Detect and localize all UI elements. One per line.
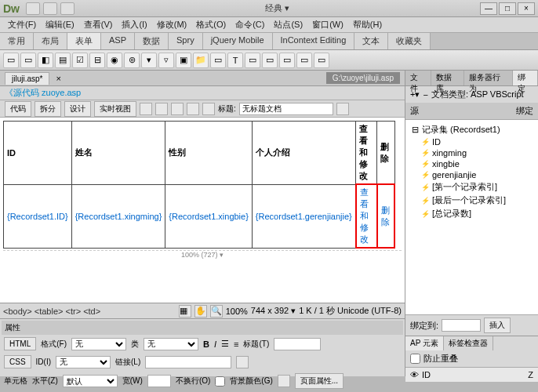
td-intro[interactable]: {Recordset1.gerenjianjie} (252, 184, 355, 248)
form-icon[interactable]: ▭ (3, 53, 19, 68)
minimize-button[interactable]: — (480, 2, 497, 15)
tab-text[interactable]: 文本 (354, 33, 388, 49)
tree-item[interactable]: ⚡[最后一个记录索引] (410, 194, 533, 207)
file-tab[interactable]: jiluji.asp* (5, 72, 49, 85)
data-table[interactable]: ID 姓名 性别 个人介绍 查看和修改 删除 {Recordset1.ID} {… (3, 121, 395, 249)
tree-item[interactable]: ⚡[总记录数] (410, 207, 533, 220)
menu-insert[interactable]: 插入(I) (117, 17, 151, 32)
menu-view[interactable]: 查看(V) (79, 17, 118, 32)
nowrap-checkbox[interactable] (215, 376, 225, 387)
panel-tab-files[interactable]: 文件 (405, 71, 431, 85)
list-ul-icon[interactable]: ☰ (221, 339, 229, 349)
bold-icon[interactable]: B (203, 339, 209, 349)
menu-site[interactable]: 站点(S) (269, 17, 307, 32)
maximize-button[interactable]: □ (499, 2, 516, 15)
code-view-button[interactable]: 代码 (5, 101, 31, 117)
menu-help[interactable]: 帮助(H) (348, 17, 387, 32)
tab-asp[interactable]: ASP (101, 33, 135, 49)
live-view-button[interactable]: 实时视图 (94, 101, 136, 117)
site-icon[interactable] (60, 2, 75, 15)
css-mode-button[interactable]: CSS (4, 355, 31, 368)
td-edit[interactable]: 查看和修改 (356, 184, 377, 248)
tree-item[interactable]: ⚡ID (410, 136, 533, 147)
menu-commands[interactable]: 命令(C) (231, 17, 269, 32)
spry-sel-icon[interactable]: ▭ (314, 53, 329, 68)
textarea-icon[interactable]: ▤ (55, 53, 71, 68)
split-view-button[interactable]: 拆分 (35, 101, 61, 117)
zoom-level[interactable]: 100% (226, 307, 248, 316)
zoom-tool-icon[interactable]: 🔍 (210, 305, 223, 318)
menu-file[interactable]: 文件(F) (3, 17, 41, 32)
italic-icon[interactable]: I (214, 339, 216, 349)
design-view-button[interactable]: 设计 (64, 101, 91, 117)
spry-cb-icon[interactable]: ▭ (296, 53, 312, 68)
spry-val-icon[interactable]: ▭ (262, 53, 278, 68)
inspect-icon[interactable] (140, 103, 152, 115)
refresh-icon[interactable] (202, 103, 215, 115)
menu-format[interactable]: 格式(O) (191, 17, 231, 32)
tag-selector[interactable]: <body> <table> <tr> <td> (3, 307, 100, 316)
button-icon[interactable]: ▭ (210, 53, 226, 68)
tab-jquery[interactable]: jQuery Mobile (203, 33, 273, 49)
server-icon[interactable] (171, 103, 184, 115)
checkbox-icon[interactable]: ☑ (72, 53, 88, 68)
width-input[interactable] (147, 375, 171, 387)
select-tool-icon[interactable]: ▦ (179, 305, 191, 318)
window-dims[interactable]: 744 x 392 ▾ (251, 306, 296, 316)
html-mode-button[interactable]: HTML (4, 337, 36, 350)
ap-tab-taginspector[interactable]: 标签检查器 (444, 336, 493, 350)
td-id[interactable]: {Recordset1.ID} (4, 184, 72, 248)
th-name[interactable]: 姓名 (71, 122, 165, 185)
layout-icon[interactable] (26, 2, 40, 15)
minus-icon[interactable]: − (423, 90, 427, 100)
menu-modify[interactable]: 修改(M) (152, 17, 192, 32)
link-browse-icon[interactable] (236, 356, 249, 368)
radiogroup-icon[interactable]: ⊚ (124, 53, 140, 68)
imagefield-icon[interactable]: ▣ (176, 53, 191, 68)
td-name[interactable]: {Recordset1.xingming} (71, 184, 165, 248)
bgcolor-swatch[interactable] (278, 375, 290, 387)
ap-tab-elements[interactable]: AP 元素 (405, 336, 444, 350)
checkboxgroup-icon[interactable]: ⊟ (89, 53, 105, 68)
textfield-icon[interactable]: ▭ (20, 53, 36, 68)
prevent-overlap-checkbox[interactable] (410, 354, 420, 364)
insert-button[interactable]: 插入 (484, 318, 511, 333)
tab-data[interactable]: 数据 (135, 33, 169, 49)
opts-icon[interactable] (336, 103, 349, 115)
link-input[interactable] (145, 356, 231, 368)
tree-item[interactable]: ⚡xingbie (410, 158, 533, 169)
doc-title-input[interactable] (239, 103, 333, 115)
eye-icon[interactable]: 👁 (410, 370, 419, 379)
class-select[interactable]: 无 (144, 338, 198, 350)
tab-favorites[interactable]: 收藏夹 (388, 33, 431, 49)
label-icon[interactable]: T (227, 53, 243, 68)
jumpmenu-icon[interactable]: ▿ (158, 53, 174, 68)
th-intro[interactable]: 个人介绍 (252, 122, 355, 185)
plus-icon[interactable]: +▾ (410, 89, 420, 100)
hand-tool-icon[interactable]: ✋ (194, 305, 207, 318)
extend-icon[interactable] (43, 2, 57, 15)
id-select[interactable]: 无 (56, 356, 111, 368)
bind-to-input[interactable] (442, 319, 481, 332)
spry-text-icon[interactable]: ▭ (279, 53, 295, 68)
format-select[interactable]: 无 (71, 338, 126, 350)
tab-forms[interactable]: 表单 (67, 33, 101, 49)
tab-common[interactable]: 常用 (0, 33, 34, 49)
bindings-tree[interactable]: ⊟记录集 (Recordset1) ⚡ID ⚡xingming ⚡xingbie… (405, 120, 538, 314)
horiz-select[interactable]: 默认 (63, 375, 118, 387)
th-gender[interactable]: 性别 (165, 122, 253, 185)
source-link[interactable]: 《源代码 zuoye.asp (5, 87, 81, 99)
tree-item[interactable]: ⚡[第一个记录索引] (410, 180, 533, 194)
panel-tab-bindings[interactable]: 绑定 (513, 71, 539, 85)
radio-icon[interactable]: ◉ (107, 53, 122, 68)
page-attr-button[interactable]: 页面属性... (295, 373, 344, 389)
fieldset-icon[interactable]: ▭ (245, 53, 260, 68)
list-ol-icon[interactable]: ≡ (234, 339, 238, 349)
td-delete[interactable]: 删除 (377, 184, 394, 248)
th-edit[interactable]: 查看和修改 (356, 122, 377, 185)
tree-item[interactable]: ⚡xingming (410, 147, 533, 158)
tree-recordset[interactable]: ⊟记录集 (Recordset1) (410, 123, 533, 136)
menu-window[interactable]: 窗口(W) (307, 17, 348, 32)
panel-tab-behaviors[interactable]: 服务器行为 (464, 71, 513, 85)
select-icon[interactable]: ▾ (141, 53, 157, 68)
